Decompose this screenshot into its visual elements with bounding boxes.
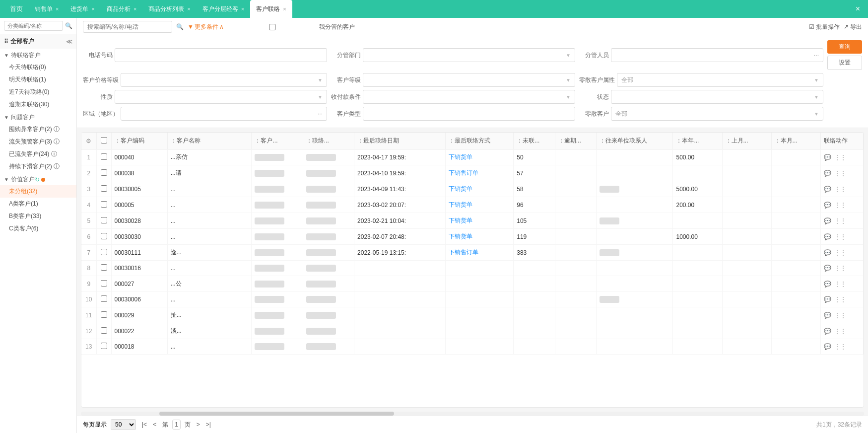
settings-icon[interactable]: ⚙ xyxy=(86,138,91,144)
last-way-link[interactable]: 下销货单 xyxy=(449,233,472,240)
search-submit-icon[interactable]: 🔍 xyxy=(176,23,184,30)
th-settings[interactable]: ⚙ xyxy=(81,133,96,149)
message-icon[interactable]: 💬 xyxy=(824,170,831,177)
export-btn[interactable]: ↗ 导出 xyxy=(844,23,862,31)
th-type[interactable]: ：客户... xyxy=(252,133,303,149)
message-icon[interactable]: 💬 xyxy=(824,202,831,209)
last-way-link[interactable]: 下销货单 xyxy=(449,153,472,160)
th-name[interactable]: ：客户名称 xyxy=(167,133,252,149)
th-code[interactable]: ：客户编码 xyxy=(111,133,167,149)
more-action-icon[interactable]: ⋮⋮ xyxy=(834,170,846,177)
more-action-icon[interactable]: ⋮⋮ xyxy=(834,265,846,272)
value-group-title[interactable]: ▼ 价值客户 ↻ xyxy=(0,173,76,185)
more-action-icon[interactable]: ⋮⋮ xyxy=(834,296,846,303)
sidebar-item-today-pending[interactable]: 今天待联络(0) xyxy=(0,61,76,73)
batch-operation-btn[interactable]: ☑ 批量操作 xyxy=(809,23,840,31)
more-action-icon[interactable]: ⋮⋮ xyxy=(834,281,846,288)
nav-home[interactable]: 首页 xyxy=(4,2,29,15)
sidebar-item-week-pending[interactable]: 近7天待联络(0) xyxy=(0,86,76,98)
row-checkbox[interactable] xyxy=(96,229,111,245)
refresh-icon[interactable]: ↻ xyxy=(35,176,40,183)
close-all-tabs[interactable]: × xyxy=(852,2,864,15)
next-page-btn[interactable]: > xyxy=(195,420,202,429)
pending-group-title[interactable]: ▼ 待联络客户 xyxy=(0,49,76,61)
message-icon[interactable]: 💬 xyxy=(824,217,831,224)
th-last-way[interactable]: ：最后联络方式 xyxy=(445,133,513,149)
my-customers-check[interactable] xyxy=(228,24,317,30)
message-icon[interactable]: 💬 xyxy=(824,265,831,272)
more-action-icon[interactable]: ⋮⋮ xyxy=(834,249,846,256)
sidebar-item-abnormal[interactable]: 囤购异常客户(2) ⓘ xyxy=(0,123,76,136)
row-checkbox[interactable] xyxy=(96,197,111,213)
row-checkbox[interactable] xyxy=(96,181,111,197)
last-way-link[interactable]: 下销售订单 xyxy=(449,249,478,256)
customer-type-input[interactable] xyxy=(363,107,575,121)
nav-tab-sales[interactable]: 销售单 × xyxy=(29,0,65,18)
sidebar-item-type-a[interactable]: A类客户(1) xyxy=(0,198,76,210)
th-this-month[interactable]: ：本月... xyxy=(771,133,820,149)
nav-tab-analysis-list[interactable]: 商品分析列表 × xyxy=(142,0,196,18)
last-page-btn[interactable]: >| xyxy=(204,420,213,429)
dept-select[interactable]: ▼ xyxy=(363,48,575,62)
th-checkbox[interactable] xyxy=(96,133,111,149)
problem-group-title[interactable]: ▼ 问题客户 xyxy=(0,111,76,123)
phone-input[interactable] xyxy=(115,48,327,62)
sidebar-item-churn-warning[interactable]: 流失预警客户(3) ⓘ xyxy=(0,136,76,148)
row-checkbox[interactable] xyxy=(96,149,111,165)
th-last-date[interactable]: ：最后联络日期 xyxy=(354,133,446,149)
close-analysis-tab[interactable]: × xyxy=(134,6,136,12)
customer-level-select[interactable]: ▼ xyxy=(363,73,575,87)
row-checkbox[interactable] xyxy=(96,307,111,323)
message-icon[interactable]: 💬 xyxy=(824,328,831,335)
nav-tab-customer-contact[interactable]: 客户联络 × xyxy=(250,0,292,18)
th-contacts[interactable]: ：往来单位联系人 xyxy=(597,133,673,149)
more-action-icon[interactable]: ⋮⋮ xyxy=(834,217,846,224)
horizontal-scrollbar[interactable] xyxy=(81,412,864,416)
more-action-icon[interactable]: ⋮⋮ xyxy=(834,202,846,209)
more-action-icon[interactable]: ⋮⋮ xyxy=(834,186,846,193)
close-segment-tab[interactable]: × xyxy=(241,6,244,12)
my-customers-checkbox[interactable]: 我分管的客户 xyxy=(228,23,355,31)
retail-attr-select[interactable]: 全部 ▼ xyxy=(617,73,823,87)
close-purchase-tab[interactable]: × xyxy=(91,6,94,12)
message-icon[interactable]: 💬 xyxy=(824,249,831,256)
more-action-icon[interactable]: ⋮⋮ xyxy=(834,312,846,319)
sidebar-item-churned[interactable]: 已流失客户(24) ⓘ xyxy=(0,148,76,160)
more-conditions-btn[interactable]: ▼ 更多条件 ∧ xyxy=(188,23,224,31)
nature-select[interactable]: ▼ xyxy=(115,90,327,104)
message-icon[interactable]: 💬 xyxy=(824,343,831,350)
query-btn[interactable]: 查询 xyxy=(827,40,862,54)
last-way-link[interactable]: 下销货单 xyxy=(449,201,472,208)
manager-input[interactable]: ··· xyxy=(611,48,823,62)
reset-btn[interactable]: 设置 xyxy=(827,56,862,70)
th-uncontacted-days[interactable]: ：未联... xyxy=(514,133,555,149)
more-action-icon[interactable]: ⋮⋮ xyxy=(834,233,846,240)
nav-tab-purchase[interactable]: 进货单 × xyxy=(65,0,100,18)
select-all-checkbox[interactable] xyxy=(101,137,107,144)
sidebar-item-type-c[interactable]: C类客户(6) xyxy=(0,222,76,235)
close-sales-tab[interactable]: × xyxy=(56,6,59,12)
retail-customer-select[interactable]: 全部 ▼ xyxy=(611,107,823,121)
th-this-year[interactable]: ：本年... xyxy=(673,133,722,149)
page-size-select[interactable]: 50 100 200 xyxy=(111,419,136,430)
close-analysis-list-tab[interactable]: × xyxy=(187,6,190,12)
sidebar-item-type-b[interactable]: B类客户(33) xyxy=(0,210,76,222)
last-way-link[interactable]: 下销货单 xyxy=(449,185,472,192)
message-icon[interactable]: 💬 xyxy=(824,233,831,240)
row-checkbox[interactable] xyxy=(96,292,111,307)
th-last-month[interactable]: ：上月... xyxy=(722,133,771,149)
more-action-icon[interactable]: ⋮⋮ xyxy=(834,328,846,335)
all-customers-header[interactable]: ⠿ 全部客户 ≪ xyxy=(0,34,76,49)
collapse-icon[interactable]: ≪ xyxy=(66,38,72,45)
more-action-icon[interactable]: ⋮⋮ xyxy=(834,154,846,161)
message-icon[interactable]: 💬 xyxy=(824,186,831,193)
nav-tab-analysis[interactable]: 商品分析 × xyxy=(101,0,142,18)
row-checkbox[interactable] xyxy=(96,323,111,339)
row-checkbox[interactable] xyxy=(96,261,111,276)
payment-select[interactable]: ▼ xyxy=(363,90,575,104)
message-icon[interactable]: 💬 xyxy=(824,154,831,161)
close-contact-tab[interactable]: × xyxy=(283,6,286,12)
message-icon[interactable]: 💬 xyxy=(824,296,831,303)
sidebar-item-declining[interactable]: 持续下滑客户(2) ⓘ xyxy=(0,160,76,173)
sidebar-item-tomorrow-pending[interactable]: 明天待联络(1) xyxy=(0,73,76,86)
